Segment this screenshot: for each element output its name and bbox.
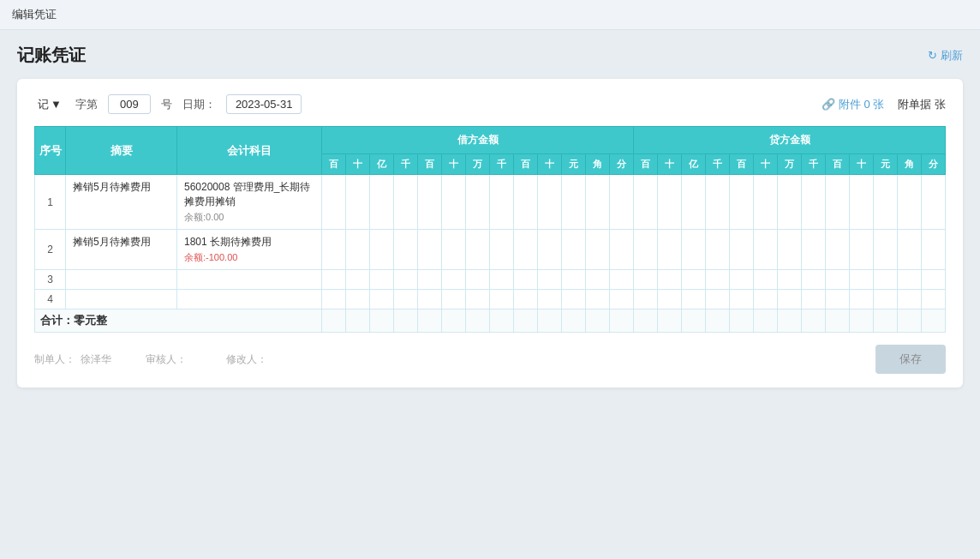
row1-d9[interactable] — [514, 175, 538, 230]
row2-c13[interactable] — [922, 230, 946, 270]
row1-c7[interactable] — [778, 175, 802, 230]
row3-d4[interactable] — [394, 270, 418, 290]
row2-d13[interactable] — [610, 230, 634, 270]
row3-c10[interactable] — [850, 270, 874, 290]
row4-summary[interactable] — [66, 290, 177, 310]
row2-c6[interactable] — [754, 230, 778, 270]
row2-d5[interactable] — [418, 230, 442, 270]
row3-c4[interactable] — [706, 270, 730, 290]
row1-d4[interactable] — [394, 175, 418, 230]
row1-c12[interactable] — [898, 175, 922, 230]
row4-c7[interactable] — [778, 290, 802, 310]
row2-c2[interactable] — [658, 230, 682, 270]
row4-d7[interactable] — [466, 290, 490, 310]
row1-c5[interactable] — [730, 175, 754, 230]
row4-d11[interactable] — [562, 290, 586, 310]
row2-account[interactable]: 1801 长期待摊费用 余额:-100.00 — [177, 230, 322, 270]
row4-d2[interactable] — [346, 290, 370, 310]
row3-c5[interactable] — [730, 270, 754, 290]
row1-c13[interactable] — [922, 175, 946, 230]
row3-c9[interactable] — [826, 270, 850, 290]
row1-c9[interactable] — [826, 175, 850, 230]
row4-c11[interactable] — [874, 290, 898, 310]
row1-d6[interactable] — [442, 175, 466, 230]
row4-d10[interactable] — [538, 290, 562, 310]
row1-c8[interactable] — [802, 175, 826, 230]
row3-d2[interactable] — [346, 270, 370, 290]
row1-d8[interactable] — [490, 175, 514, 230]
row4-c13[interactable] — [922, 290, 946, 310]
row3-c13[interactable] — [922, 270, 946, 290]
row1-d13[interactable] — [610, 175, 634, 230]
row4-c5[interactable] — [730, 290, 754, 310]
row3-c6[interactable] — [754, 270, 778, 290]
row1-c4[interactable] — [706, 175, 730, 230]
row3-c1[interactable] — [634, 270, 658, 290]
row1-d5[interactable] — [418, 175, 442, 230]
row3-d3[interactable] — [370, 270, 394, 290]
row4-d12[interactable] — [586, 290, 610, 310]
row1-c11[interactable] — [874, 175, 898, 230]
row1-c2[interactable] — [658, 175, 682, 230]
row2-summary[interactable]: 摊销5月待摊费用 — [66, 230, 177, 270]
row3-d12[interactable] — [586, 270, 610, 290]
row3-c2[interactable] — [658, 270, 682, 290]
row1-d3[interactable] — [370, 175, 394, 230]
row1-c3[interactable] — [682, 175, 706, 230]
row4-d3[interactable] — [370, 290, 394, 310]
row3-d1[interactable] — [322, 270, 346, 290]
row3-account[interactable] — [177, 270, 322, 290]
row2-c7[interactable] — [778, 230, 802, 270]
row2-d12[interactable] — [586, 230, 610, 270]
row3-c7[interactable] — [778, 270, 802, 290]
row4-c8[interactable] — [802, 290, 826, 310]
date-input[interactable]: 2023-05-31 — [226, 94, 302, 114]
row4-c2[interactable] — [658, 290, 682, 310]
row1-d1[interactable] — [322, 175, 346, 230]
row4-c6[interactable] — [754, 290, 778, 310]
row3-d13[interactable] — [610, 270, 634, 290]
row2-c4[interactable] — [706, 230, 730, 270]
row2-d9[interactable] — [514, 230, 538, 270]
row2-d3[interactable] — [370, 230, 394, 270]
row2-c8[interactable] — [802, 230, 826, 270]
row1-c10[interactable] — [850, 175, 874, 230]
row1-c6[interactable] — [754, 175, 778, 230]
row4-d6[interactable] — [442, 290, 466, 310]
row3-d8[interactable] — [490, 270, 514, 290]
row4-account[interactable] — [177, 290, 322, 310]
row1-account[interactable]: 56020008 管理费用_长期待摊费用摊销 余额:0.00 — [177, 175, 322, 230]
row4-c12[interactable] — [898, 290, 922, 310]
row4-d13[interactable] — [610, 290, 634, 310]
row4-c3[interactable] — [682, 290, 706, 310]
row2-d4[interactable] — [394, 230, 418, 270]
refresh-button[interactable]: ↻ 刷新 — [928, 48, 963, 63]
row1-d12[interactable] — [586, 175, 610, 230]
row2-c12[interactable] — [898, 230, 922, 270]
row1-c1[interactable] — [634, 175, 658, 230]
row1-d7[interactable] — [466, 175, 490, 230]
row3-d6[interactable] — [442, 270, 466, 290]
row4-c10[interactable] — [850, 290, 874, 310]
row2-c10[interactable] — [850, 230, 874, 270]
row4-c1[interactable] — [634, 290, 658, 310]
row2-d7[interactable] — [466, 230, 490, 270]
row3-d9[interactable] — [514, 270, 538, 290]
row3-d7[interactable] — [466, 270, 490, 290]
row3-c12[interactable] — [898, 270, 922, 290]
row4-d1[interactable] — [322, 290, 346, 310]
row4-c4[interactable] — [706, 290, 730, 310]
row3-c11[interactable] — [874, 270, 898, 290]
row1-summary[interactable]: 摊销5月待摊费用 — [66, 175, 177, 230]
row4-d5[interactable] — [418, 290, 442, 310]
row1-d11[interactable] — [562, 175, 586, 230]
row2-d10[interactable] — [538, 230, 562, 270]
row2-d2[interactable] — [346, 230, 370, 270]
row4-d8[interactable] — [490, 290, 514, 310]
attachment-button[interactable]: 🔗 附件 0 张 — [822, 97, 884, 112]
save-button[interactable]: 保存 — [875, 345, 946, 374]
row2-c9[interactable] — [826, 230, 850, 270]
row3-c3[interactable] — [682, 270, 706, 290]
row2-c3[interactable] — [682, 230, 706, 270]
row2-d8[interactable] — [490, 230, 514, 270]
